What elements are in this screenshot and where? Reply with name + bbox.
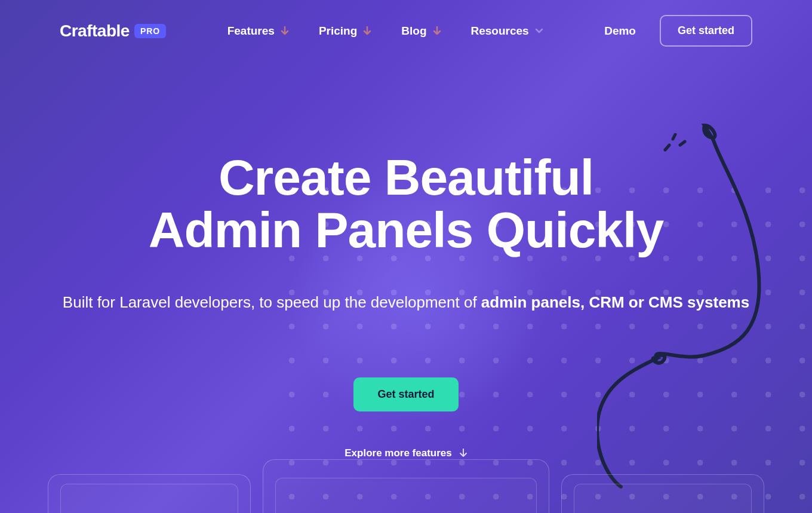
- nav-item-label: Resources: [471, 24, 529, 38]
- nav-pricing[interactable]: Pricing: [319, 24, 371, 38]
- arrow-down-icon: [281, 26, 289, 36]
- hero-section: Create Beautiful Admin Panels Quickly Bu…: [0, 62, 812, 459]
- nav-item-label: Pricing: [319, 24, 357, 38]
- hero-title-line1: Create Beautiful: [219, 149, 593, 205]
- preview-panel-right: [561, 474, 764, 513]
- hero-title: Create Beautiful Admin Panels Quickly: [149, 151, 663, 256]
- chevron-down-icon: [535, 28, 543, 34]
- hero-subtitle-prefix: Built for Laravel developers, to speed u…: [63, 293, 481, 311]
- preview-panel-left: [48, 474, 251, 513]
- logo-pro-badge: PRO: [134, 24, 166, 38]
- arrow-down-icon: [459, 449, 467, 458]
- header-get-started-button[interactable]: Get started: [660, 15, 752, 47]
- arrow-down-icon: [363, 26, 371, 36]
- arrow-down-icon: [433, 26, 441, 36]
- preview-panel-inner: [60, 484, 238, 513]
- demo-link[interactable]: Demo: [604, 24, 636, 38]
- header: Craftable PRO Features Pricing Blog Reso…: [0, 0, 812, 62]
- nav-item-label: Blog: [401, 24, 426, 38]
- nav-features[interactable]: Features: [227, 24, 289, 38]
- preview-panel-inner: [275, 478, 537, 513]
- nav-resources[interactable]: Resources: [471, 24, 543, 38]
- main-nav: Features Pricing Blog Resources: [227, 24, 543, 38]
- nav-blog[interactable]: Blog: [401, 24, 441, 38]
- logo[interactable]: Craftable PRO: [60, 21, 166, 41]
- header-actions: Demo Get started: [604, 15, 752, 47]
- nav-item-label: Features: [227, 24, 275, 38]
- preview-panels: [48, 459, 764, 513]
- hero-get-started-button[interactable]: Get started: [353, 377, 458, 411]
- logo-text: Craftable: [60, 21, 130, 41]
- preview-panel-center: [263, 459, 549, 513]
- spark-accent-icon: [663, 133, 687, 155]
- explore-label: Explore more features: [345, 447, 452, 459]
- explore-features-link[interactable]: Explore more features: [345, 447, 467, 459]
- hero-subtitle: Built for Laravel developers, to speed u…: [0, 293, 812, 312]
- preview-panel-inner: [574, 484, 752, 513]
- hero-subtitle-strong: admin panels, CRM or CMS systems: [481, 293, 749, 311]
- hero-title-line2: Admin Panels Quickly: [149, 202, 663, 258]
